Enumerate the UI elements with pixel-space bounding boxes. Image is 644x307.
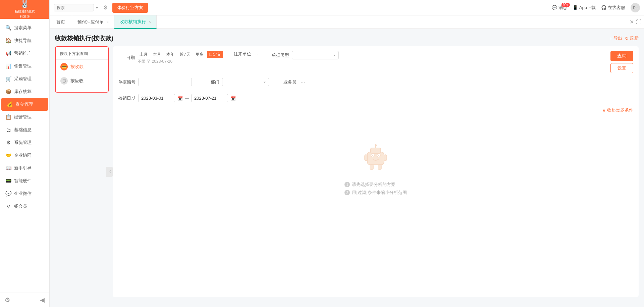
empty-robot-icon: [361, 142, 391, 177]
logo-icon: 🐰: [20, 0, 29, 8]
page-content: 收款核销执行(按收款) ↑ 导出 ↻ 刷新 按以下方案查询 💳: [50, 29, 644, 307]
calendar-end-icon[interactable]: 📅: [230, 96, 236, 101]
date-more-btn[interactable]: 更多: [194, 51, 206, 58]
gear-icon[interactable]: ⚙: [103, 4, 108, 11]
bill-type-label: 单据类型: [272, 52, 289, 58]
verify-date-range: 📅 — 📅: [138, 94, 236, 102]
verify-date-start-input[interactable]: [138, 94, 175, 102]
sidebar-item-sales[interactable]: 📊销售管理: [0, 60, 49, 72]
bill-no-label: 单据编号: [118, 79, 136, 85]
query-button[interactable]: 查询: [610, 51, 633, 61]
tab-close-receive[interactable]: ×: [149, 19, 151, 24]
filter-option-by-receivable[interactable]: ⏱ 按应收: [56, 74, 108, 88]
industry-solution-button[interactable]: 体验行业方案: [112, 3, 148, 13]
sidebar-label-system: 系统管理: [14, 140, 32, 146]
tab-label-home: 首页: [56, 19, 65, 25]
tabs-actions: ✕ ⛶: [630, 19, 644, 25]
export-button[interactable]: ↑ 导出: [610, 35, 623, 41]
collapse-more-button[interactable]: ∧ 收起更多条件: [602, 107, 633, 113]
tab-prepay[interactable]: 预付冲应付单×: [72, 15, 114, 29]
tab-receive[interactable]: 收款核销执行×: [114, 15, 157, 29]
sidebar-label-business: 经营管理: [14, 114, 32, 120]
sidebar-label-hardware: 智能硬件: [14, 178, 32, 184]
verify-date-end-input[interactable]: [191, 94, 228, 102]
basic-icon: 🗂: [5, 127, 11, 133]
sidebar-bottom: ⚙ ◀: [0, 293, 49, 307]
search-icon: 🔍: [5, 25, 11, 31]
svg-point-3: [375, 144, 377, 146]
bill-no-input[interactable]: [138, 78, 192, 86]
date-no-limit-text: 不限: [138, 59, 146, 64]
settings-bottom-icon[interactable]: ⚙: [5, 296, 10, 304]
sidebar-item-hardware[interactable]: 📟智能硬件: [0, 174, 49, 187]
topbar-right: 💬 消息 99+ 📱 App下载 🎧 在线客服 Rit: [552, 3, 640, 12]
tab-close-prepay[interactable]: ×: [106, 20, 109, 24]
sidebar-item-coop[interactable]: 🤝企业协同: [0, 149, 49, 162]
date-last-month-btn[interactable]: 上月: [138, 51, 150, 58]
trade-unit-ellipsis[interactable]: ···: [254, 51, 261, 57]
calendar-start-icon[interactable]: 📅: [177, 96, 183, 101]
date-this-month-btn[interactable]: 本月: [151, 51, 163, 58]
date-this-year-btn[interactable]: 本年: [164, 51, 176, 58]
trade-unit-label: 往来单位: [234, 51, 251, 57]
sidebar-item-business[interactable]: 📋经营管理: [0, 111, 49, 123]
app-download-button[interactable]: 📱 App下载: [573, 5, 596, 11]
business-icon: 📋: [5, 114, 11, 120]
collapse-sidebar-icon[interactable]: ◀: [40, 296, 45, 304]
verify-date-label: 核销日期: [118, 95, 136, 101]
empty-tips: 1 请先选择要分析的方案 2 用[过滤]条件来缩小分析范围: [344, 182, 407, 196]
sidebar: 🐰 畅捷通好生意 标准版 🔍搜索菜单🏠快捷导航📢营销推广📊销售管理🛒采购管理📦库…: [0, 0, 50, 307]
sidebar-item-quick[interactable]: 🏠快捷导航: [0, 34, 49, 47]
sidebar-label-wechat: 企业微信: [14, 191, 32, 197]
search-input[interactable]: [54, 4, 94, 11]
filter-panel-title: 按以下方案查询: [56, 51, 108, 60]
sidebar-item-system[interactable]: ⚙系统管理: [0, 136, 49, 149]
logo-title: 畅捷通好生意: [15, 9, 35, 14]
message-button[interactable]: 💬 消息 99+: [552, 5, 567, 11]
staff-field: 业务员 ···: [280, 79, 306, 85]
sidebar-item-purchase[interactable]: 🛒采购管理: [0, 72, 49, 85]
sidebar-item-finance[interactable]: 💰资金管理: [1, 98, 48, 111]
bill-type-select[interactable]: [292, 51, 339, 59]
tip-number-2: 2: [344, 190, 350, 195]
sidebar-item-marketing[interactable]: 📢营销推广: [0, 47, 49, 60]
hardware-icon: 📟: [5, 178, 11, 184]
online-service-button[interactable]: 🎧 在线客服: [601, 5, 625, 11]
avatar: Rit: [631, 3, 640, 12]
svg-rect-9: [384, 155, 387, 161]
bill-type-field: 单据类型: [272, 51, 339, 59]
dept-label: 部门: [203, 79, 219, 85]
filter-collapse-button[interactable]: 《: [106, 167, 113, 177]
sidebar-item-guide[interactable]: 📖新手引导: [0, 162, 49, 174]
inventory-icon: 📦: [5, 89, 11, 95]
settings-button[interactable]: 设置: [610, 63, 633, 73]
tab-home[interactable]: 首页: [50, 15, 72, 29]
service-icon: 🎧: [601, 5, 606, 10]
tip-text-1: 请先选择要分析的方案: [352, 182, 395, 188]
filter-by-receivable-label: 按应收: [70, 78, 84, 84]
tip-text-2: 用[过滤]条件来缩小分析范围: [352, 190, 407, 196]
sidebar-item-inventory[interactable]: 📦库存核算: [0, 85, 49, 98]
sidebar-item-vip[interactable]: V畅会员: [0, 200, 49, 213]
filter-by-receipt-label: 按收款: [70, 64, 84, 70]
sidebar-label-coop: 企业协同: [14, 152, 32, 158]
sidebar-item-wechat[interactable]: 💬企业微信: [0, 187, 49, 200]
sidebar-item-search[interactable]: 🔍搜索菜单: [0, 21, 49, 34]
date-7days-btn[interactable]: 近7天: [178, 51, 192, 58]
finance-icon: 💰: [7, 101, 13, 107]
staff-ellipsis[interactable]: ···: [299, 79, 306, 85]
vip-icon: V: [5, 204, 11, 209]
sidebar-item-basic[interactable]: 🗂基础信息: [0, 123, 49, 136]
filter-panel-wrapper: 按以下方案查询 💳 按收款 ⏱ 按应收 《: [55, 46, 109, 297]
filter-option-by-receipt[interactable]: 💳 按收款: [56, 60, 108, 74]
purchase-icon: 🛒: [5, 76, 11, 82]
date-custom-badge[interactable]: 自定义: [207, 51, 223, 58]
expand-icon[interactable]: ⛶: [636, 19, 641, 25]
user-avatar-area[interactable]: Rit: [631, 3, 640, 12]
svg-rect-8: [365, 155, 367, 161]
refresh-button[interactable]: ↻ 刷新: [625, 35, 639, 41]
empty-tip-1: 1 请先选择要分析的方案: [344, 182, 407, 188]
dept-select[interactable]: [222, 78, 269, 86]
topbar-logo-area: ▾: [54, 4, 98, 11]
close-window-icon[interactable]: ✕: [630, 19, 634, 25]
